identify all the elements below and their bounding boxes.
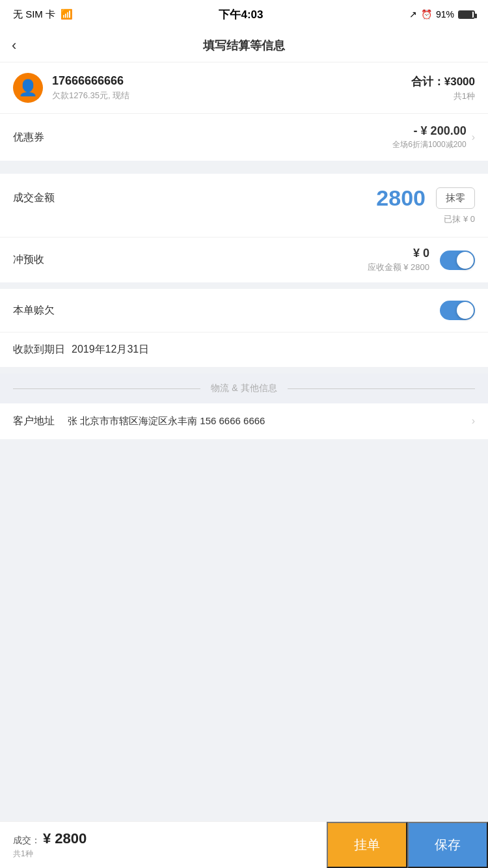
prepaid-receivable: 应收金额 ¥ 2800 <box>368 262 429 273</box>
prepaid-value: ¥ 0 应收金额 ¥ 2800 <box>368 247 429 273</box>
transaction-section: 成交金额 2800 抹零 已抹 ¥ 0 <box>0 174 488 237</box>
credit-toggle[interactable] <box>440 301 475 320</box>
battery-label: 91% <box>436 9 454 20</box>
duedate-label: 收款到期日 <box>13 343 65 357</box>
bottom-count: 共1种 <box>13 848 314 860</box>
back-button[interactable]: ‹ <box>12 37 16 54</box>
user-info-card: 👤 17666666666 欠款1276.35元, 现结 合计：¥3000 共1… <box>0 62 488 161</box>
prepaid-toggle[interactable] <box>440 251 475 270</box>
prepaid-section: 冲预收 ¥ 0 应收金额 ¥ 2800 <box>0 237 488 282</box>
user-phone: 17666666666 <box>52 74 129 88</box>
status-time: 下午4:03 <box>219 7 263 22</box>
address-chevron-icon: › <box>472 415 475 427</box>
carrier-label: 无 SIM 卡 <box>13 8 55 21</box>
status-bar: 无 SIM 卡 📶 下午4:03 ↗ ⏰ 91% <box>0 0 488 29</box>
coupon-desc: 全场6折满1000减200 <box>392 139 466 150</box>
transaction-right: 2800 抹零 <box>376 185 475 211</box>
already-wiped: 已抹 ¥ 0 <box>13 213 475 225</box>
user-left: 👤 17666666666 欠款1276.35元, 现结 <box>13 73 129 103</box>
transaction-amount: 2800 <box>376 185 426 211</box>
alarm-icon: ⏰ <box>421 9 432 20</box>
bottom-trans-label: 成交： <box>13 835 40 847</box>
coupon-row[interactable]: 优惠券 - ¥ 200.00 全场6折满1000减200 › <box>0 113 488 161</box>
credit-label: 本单赊欠 <box>13 304 55 318</box>
address-label: 客户地址 <box>13 414 55 428</box>
bottom-amount: ¥ 2800 <box>43 830 87 847</box>
bottom-bar: 成交： ¥ 2800 共1种 挂单 保存 <box>0 821 488 868</box>
section-divider-1 <box>0 167 488 174</box>
save-button[interactable]: 保存 <box>407 822 488 868</box>
user-total: 合计：¥3000 共1种 <box>411 74 475 102</box>
user-debt: 欠款1276.35元, 现结 <box>52 90 129 102</box>
logistics-divider: 物流 & 其他信息 <box>0 373 488 403</box>
duedate-value: 2019年12月31日 <box>72 343 149 357</box>
duedate-section: 收款到期日 2019年12月31日 <box>0 332 488 367</box>
toggle-knob <box>457 252 474 269</box>
prepaid-right: ¥ 0 应收金额 ¥ 2800 <box>368 247 475 273</box>
page-title: 填写结算等信息 <box>203 38 285 53</box>
credit-toggle-knob <box>457 302 474 319</box>
status-left: 无 SIM 卡 📶 <box>13 8 73 21</box>
main-content: 👤 17666666666 欠款1276.35元, 现结 合计：¥3000 共1… <box>0 62 488 543</box>
total-count: 共1种 <box>411 90 475 102</box>
empty-space <box>0 439 488 543</box>
bottom-summary: 成交： ¥ 2800 共1种 <box>0 822 327 868</box>
logistics-label: 物流 & 其他信息 <box>211 383 277 394</box>
user-icon: 👤 <box>18 79 38 97</box>
transaction-label: 成交金额 <box>13 191 55 205</box>
prepaid-amount: ¥ 0 <box>368 247 429 260</box>
address-section[interactable]: 客户地址 张 北京市市辖区海淀区永丰南 156 6666 6666 › <box>0 403 488 439</box>
divider-line-left <box>13 388 200 389</box>
address-value: 张 北京市市辖区海淀区永丰南 156 6666 6666 <box>68 414 465 429</box>
total-amount: 合计：¥3000 <box>411 74 475 89</box>
hang-button[interactable]: 挂单 <box>327 822 407 868</box>
coupon-chevron-icon: › <box>472 131 475 143</box>
bottom-actions: 挂单 保存 <box>327 822 488 868</box>
divider-line-right <box>288 388 475 389</box>
transaction-row: 成交金额 2800 抹零 <box>13 185 475 211</box>
status-right: ↗ ⏰ 91% <box>409 9 475 20</box>
battery-icon <box>458 10 475 19</box>
credit-section: 本单赊欠 <box>0 289 488 332</box>
coupon-value: - ¥ 200.00 全场6折满1000减200 <box>392 124 466 150</box>
user-row: 👤 17666666666 欠款1276.35元, 现结 合计：¥3000 共1… <box>0 62 488 113</box>
coupon-label: 优惠券 <box>13 131 44 144</box>
coupon-right: - ¥ 200.00 全场6折满1000减200 › <box>392 124 475 150</box>
bottom-trans-row: 成交： ¥ 2800 <box>13 830 314 847</box>
user-info: 17666666666 欠款1276.35元, 现结 <box>52 74 129 102</box>
nav-bar: ‹ 填写结算等信息 <box>0 29 488 62</box>
location-icon: ↗ <box>409 9 417 20</box>
round-button[interactable]: 抹零 <box>436 187 475 209</box>
section-divider-2 <box>0 282 488 289</box>
wifi-icon: 📶 <box>61 8 73 20</box>
avatar: 👤 <box>13 73 43 103</box>
prepaid-row: 冲预收 ¥ 0 应收金额 ¥ 2800 <box>13 247 475 273</box>
prepaid-label: 冲预收 <box>13 253 44 267</box>
duedate-row: 收款到期日 2019年12月31日 <box>13 343 475 357</box>
coupon-amount: - ¥ 200.00 <box>392 124 466 138</box>
